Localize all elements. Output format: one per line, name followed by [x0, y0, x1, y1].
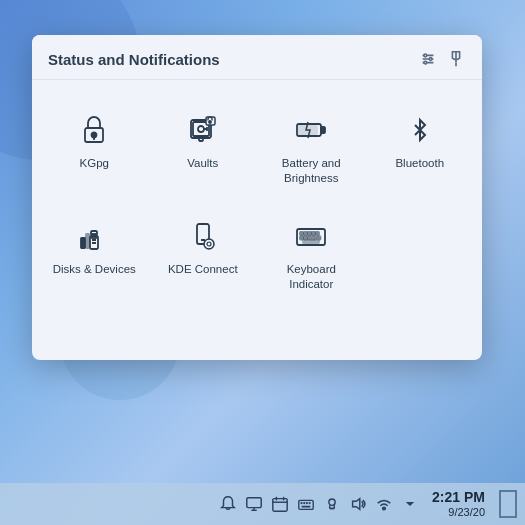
pin-icon[interactable] [446, 49, 466, 69]
grid-item-keyboard[interactable]: Keyboard Indicator [261, 204, 362, 302]
svg-rect-47 [273, 499, 287, 512]
notifications-taskbar-icon[interactable] [218, 494, 238, 514]
taskbar-icons [218, 494, 420, 514]
grid-item-bluetooth[interactable]: Bluetooth [370, 98, 471, 196]
svg-rect-28 [86, 234, 89, 248]
svg-rect-24 [91, 231, 97, 235]
kde-connect-label: KDE Connect [168, 262, 238, 277]
window-title: Status and Notifications [48, 51, 220, 68]
svg-rect-44 [247, 498, 261, 508]
svg-rect-20 [321, 127, 325, 133]
svg-point-18 [209, 121, 211, 123]
titlebar-actions [418, 49, 466, 69]
taskbar-clock[interactable]: 2:21 PM 9/23/20 [432, 489, 485, 519]
titlebar: Status and Notifications [32, 35, 482, 80]
system-tray-arrow[interactable] [400, 494, 420, 514]
svg-rect-39 [300, 236, 303, 239]
volume-taskbar-icon[interactable] [348, 494, 368, 514]
svg-rect-43 [303, 240, 319, 243]
taskbar: 2:21 PM 9/23/20 [0, 483, 525, 525]
svg-point-13 [198, 126, 204, 132]
svg-marker-59 [353, 499, 360, 510]
keyboard-icon [291, 216, 331, 256]
disks-label: Disks & Devices [53, 262, 136, 277]
svg-rect-40 [304, 236, 307, 239]
svg-rect-38 [316, 232, 319, 235]
brightness-taskbar-icon[interactable] [322, 494, 342, 514]
calendar-taskbar-icon[interactable] [270, 494, 290, 514]
battery-label: Battery and Brightness [269, 156, 354, 186]
clock-date: 9/23/20 [448, 506, 485, 519]
svg-point-31 [204, 239, 214, 249]
show-desktop-button[interactable] [499, 490, 517, 518]
monitor-taskbar-icon[interactable] [244, 494, 264, 514]
kde-connect-icon [183, 216, 223, 256]
svg-point-60 [383, 507, 386, 510]
grid-item-vaults[interactable]: Vaults [153, 98, 254, 196]
vaults-label: Vaults [187, 156, 218, 171]
svg-rect-27 [81, 238, 85, 248]
svg-point-3 [424, 54, 427, 57]
svg-rect-42 [318, 236, 321, 239]
kgpg-label: KGpg [80, 156, 109, 171]
wifi-taskbar-icon[interactable] [374, 494, 394, 514]
grid-item-kde-connect[interactable]: KDE Connect [153, 204, 254, 302]
bluetooth-icon [400, 110, 440, 150]
bluetooth-label: Bluetooth [395, 156, 444, 171]
status-notifications-window: Status and Notifications [32, 35, 482, 360]
svg-point-5 [424, 61, 427, 64]
svg-rect-36 [308, 232, 311, 235]
keyboard-taskbar-icon[interactable] [296, 494, 316, 514]
svg-rect-41 [308, 236, 316, 239]
svg-point-9 [92, 133, 97, 138]
battery-icon [291, 110, 331, 150]
svg-rect-16 [199, 138, 203, 141]
items-grid: KGpg Vaults [32, 80, 482, 360]
vaults-icon [183, 110, 223, 150]
svg-point-57 [329, 499, 335, 505]
svg-point-4 [429, 58, 432, 61]
kgpg-icon [74, 110, 114, 150]
svg-rect-37 [312, 232, 315, 235]
svg-rect-34 [300, 232, 303, 235]
svg-marker-61 [406, 502, 414, 506]
svg-rect-35 [304, 232, 307, 235]
grid-item-kgpg[interactable]: KGpg [44, 98, 145, 196]
disks-icon [74, 216, 114, 256]
grid-item-disks[interactable]: Disks & Devices [44, 204, 145, 302]
clock-time: 2:21 PM [432, 489, 485, 506]
keyboard-label: Keyboard Indicator [269, 262, 354, 292]
svg-rect-51 [299, 500, 313, 509]
settings-icon[interactable] [418, 49, 438, 69]
grid-item-battery[interactable]: Battery and Brightness [261, 98, 362, 196]
